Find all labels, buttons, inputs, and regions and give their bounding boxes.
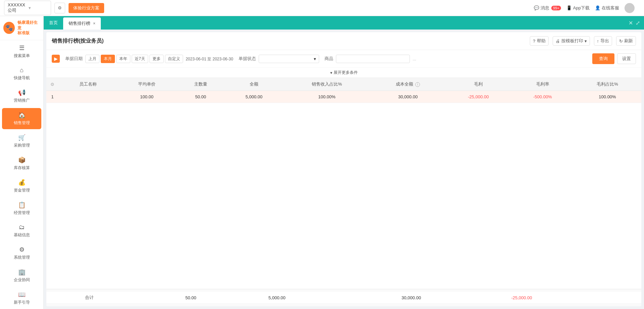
sidebar-label-system: 系统管理 bbox=[14, 255, 30, 260]
sidebar-item-operations[interactable]: 📋 经营管理 bbox=[2, 198, 41, 219]
footer-qty: 50.00 bbox=[154, 292, 228, 304]
tab-close-icon[interactable]: × bbox=[93, 21, 95, 26]
online-service-btn[interactable]: 👤 在线客服 bbox=[595, 5, 619, 11]
company-selector[interactable]: XXXXXX公司 ▾ bbox=[4, 1, 51, 15]
status-select[interactable]: ▾ bbox=[259, 55, 319, 63]
footer-label: 合计 bbox=[56, 292, 122, 304]
footer-amount: 5,000.00 bbox=[228, 292, 326, 304]
settings-button[interactable]: 设置 bbox=[617, 53, 636, 64]
footer-row: 合计 50.00 5,000.00 30,000.00 -25,000.00 bbox=[46, 292, 641, 304]
message-badge: 99+ bbox=[551, 6, 561, 10]
col-amount: 全额 bbox=[225, 78, 283, 91]
tab-sales-ranking[interactable]: 销售排行榜 × bbox=[63, 17, 101, 30]
service-label: 在线客服 bbox=[602, 5, 619, 11]
top-bar: XXXXXX公司 ▾ ⚙ 体验行业方案 💬 消息 99+ 📱 App下载 👤 在… bbox=[0, 0, 644, 16]
trial-button[interactable]: 体验行业方案 bbox=[69, 3, 104, 13]
message-btn[interactable]: 💬 消息 99+ bbox=[534, 5, 561, 11]
sales-icon: 🏠 bbox=[18, 111, 26, 119]
sidebar-item-cooperation[interactable]: 🏢 企业协同 bbox=[2, 265, 41, 286]
refresh-label: 刷新 bbox=[624, 38, 633, 44]
query-button[interactable]: 查询 bbox=[592, 53, 614, 64]
date-btn-7days[interactable]: 近7天 bbox=[132, 55, 148, 63]
help-button[interactable]: ? 帮助 bbox=[530, 36, 548, 46]
goods-filter-group: 商品 ... bbox=[325, 55, 416, 63]
avatar[interactable] bbox=[625, 3, 635, 13]
cell-avg-price: 100.00 bbox=[117, 91, 176, 103]
filter-bar: ▶ 单据日期 上月 本月 本年 近7天 更多 自定义 2023-0 bbox=[46, 50, 641, 68]
footer-cost: 30,000.00 bbox=[357, 292, 465, 304]
footer-sales-pct bbox=[326, 292, 357, 304]
footer-empty-col bbox=[46, 292, 56, 304]
date-btn-more[interactable]: 更多 bbox=[149, 55, 164, 63]
print-icon: 🖨 bbox=[556, 39, 560, 44]
date-btn-current-month[interactable]: 本月 bbox=[101, 55, 115, 63]
sidebar-label-purchase: 采购管理 bbox=[14, 143, 30, 148]
footer-gross-pct bbox=[610, 292, 641, 304]
status-dropdown-icon: ▾ bbox=[314, 56, 316, 61]
app-icon: 📱 bbox=[566, 5, 572, 10]
purchase-icon: 🛒 bbox=[18, 134, 26, 141]
cell-rank: 1 bbox=[46, 91, 58, 103]
window-expand-icon[interactable]: ⤢ bbox=[636, 20, 640, 26]
sidebar-item-inventory[interactable]: 📦 库存核算 bbox=[2, 153, 41, 174]
system-icon: ⚙ bbox=[19, 246, 25, 253]
date-btn-prev-month[interactable]: 上月 bbox=[85, 55, 99, 63]
sidebar-item-system[interactable]: ⚙ 系统管理 bbox=[2, 243, 41, 264]
export-button[interactable]: ↑ 导出 bbox=[594, 36, 612, 46]
goods-search-input[interactable] bbox=[336, 55, 410, 63]
goods-more-icon[interactable]: ... bbox=[413, 56, 416, 61]
app-download-btn[interactable]: 📱 App下载 bbox=[566, 5, 590, 11]
expand-conditions-row: ▾ 展开更多条件 bbox=[46, 68, 641, 78]
marketing-icon: 📢 bbox=[18, 89, 26, 96]
col-gross: 毛利 bbox=[445, 78, 512, 91]
tab-home[interactable]: 首页 bbox=[44, 16, 63, 30]
message-label: 消息 bbox=[541, 5, 549, 11]
sidebar-label-operations: 经营管理 bbox=[14, 210, 30, 216]
sidebar-label-guide: 新手引导 bbox=[14, 300, 30, 305]
basic-info-icon: 🗂 bbox=[19, 224, 25, 231]
sidebar-item-sales[interactable]: 🏠 销售管理 bbox=[2, 108, 41, 129]
sidebar-item-basic-info[interactable]: 🗂 基础信息 bbox=[2, 220, 41, 241]
filter-actions: 查询 设置 bbox=[592, 53, 636, 64]
filter-collapse-btn[interactable]: ▶ bbox=[52, 55, 60, 63]
settings-icon[interactable]: ⚙ bbox=[54, 3, 65, 13]
cell-cost: 30,000.00 bbox=[371, 91, 445, 103]
window-close-icon[interactable]: ✕ bbox=[629, 20, 633, 26]
sidebar-item-purchase[interactable]: 🛒 采购管理 bbox=[2, 131, 41, 152]
cost-info-icon[interactable]: i bbox=[415, 82, 420, 87]
sidebar-item-guide[interactable]: 📖 新手引导 bbox=[2, 288, 41, 309]
goods-filter-label: 商品 bbox=[325, 56, 333, 62]
search-menu-icon: ☰ bbox=[19, 44, 25, 52]
sidebar-item-finance[interactable]: 💰 资金管理 bbox=[2, 175, 41, 197]
status-filter-group: 单据状态 ▾ bbox=[239, 55, 319, 63]
tab-bar: 首页 销售排行榜 × ✕ ⤢ bbox=[44, 16, 644, 30]
col-cost: 成本全额 i bbox=[371, 78, 445, 91]
data-table: ⚙ 员工名称 平均单价 主数量 全额 销售收入占比% 成本全额 i 毛利 毛利率 bbox=[46, 78, 641, 103]
col-settings[interactable]: ⚙ bbox=[46, 78, 58, 91]
logo-text: 畅康通好生意 标准版 bbox=[17, 20, 40, 36]
sidebar-item-search[interactable]: ☰ 搜索菜单 bbox=[2, 41, 41, 62]
expand-conditions-btn[interactable]: ▾ 展开更多条件 bbox=[330, 70, 358, 75]
sidebar-item-quick-nav[interactable]: ⌂ 快捷导航 bbox=[2, 63, 41, 84]
table-header-row: ⚙ 员工名称 平均单价 主数量 全额 销售收入占比% 成本全额 i 毛利 毛利率 bbox=[46, 78, 641, 91]
status-filter-label: 单据状态 bbox=[239, 56, 256, 62]
footer-avg-price bbox=[122, 292, 154, 304]
print-button[interactable]: 🖨 按模板打印 ▾ bbox=[553, 36, 590, 46]
expand-label: 展开更多条件 bbox=[334, 70, 358, 75]
top-bar-right: 💬 消息 99+ 📱 App下载 👤 在线客服 bbox=[534, 3, 640, 13]
sidebar-label-marketing: 营销推广 bbox=[14, 98, 30, 103]
page-title: 销售排行榜(按业务员) bbox=[52, 38, 104, 45]
date-filter-group: 单据日期 上月 本月 本年 近7天 更多 自定义 2023-06-01 至 20… bbox=[65, 55, 233, 63]
refresh-button[interactable]: ↻ 刷新 bbox=[616, 36, 636, 46]
refresh-icon: ↻ bbox=[619, 39, 623, 44]
sidebar-label-cooperation: 企业协同 bbox=[14, 277, 30, 283]
sidebar-item-marketing[interactable]: 📢 营销推广 bbox=[2, 86, 41, 107]
help-icon: ? bbox=[533, 39, 535, 44]
date-btn-custom[interactable]: 自定义 bbox=[165, 55, 183, 63]
date-btn-current-year[interactable]: 本年 bbox=[116, 55, 130, 63]
tab-bar-right: ✕ ⤢ bbox=[629, 20, 644, 26]
export-label: 导出 bbox=[600, 38, 609, 44]
sidebar-label-quick-nav: 快捷导航 bbox=[14, 75, 30, 81]
col-qty: 主数量 bbox=[176, 78, 225, 91]
finance-icon: 💰 bbox=[18, 179, 26, 186]
